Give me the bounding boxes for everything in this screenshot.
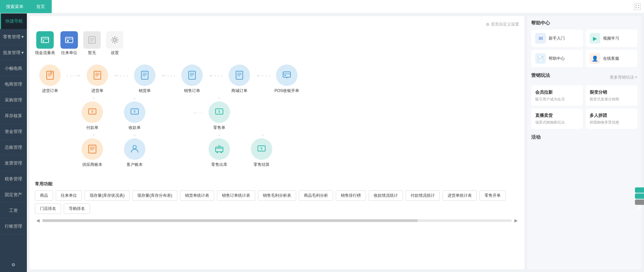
float-btn-desktop[interactable]: 桌面快捷 [635, 199, 644, 205]
func-btn-sales-rank[interactable]: 销售排行榜 [336, 190, 366, 201]
pos-icon [276, 64, 297, 86]
flow-node-pos[interactable]: POS收银开单 [272, 64, 302, 94]
home-tab[interactable]: 首页 [30, 0, 52, 13]
quick-nav-panel: ⚙ 首页自定义设置 现金流量表 往来单位 [30, 16, 524, 269]
sidebar-label: 税务管理 [5, 176, 22, 182]
flow-node-purchase-order[interactable]: 进货订单 [35, 64, 65, 94]
v-arrow-sales-bill: ↓ [120, 95, 150, 100]
quick-icon-cash-flow[interactable]: 现金流量表 [35, 31, 55, 56]
svg-rect-3 [65, 37, 73, 43]
flow-node-purchase-bill[interactable]: 进货单 [82, 64, 112, 94]
sidebar-label: 库存核算 [5, 113, 22, 119]
func-btn-goods[interactable]: 商品 [35, 190, 53, 201]
sidebar-item-invoice[interactable]: 发票管理 [0, 155, 27, 171]
quick-icon-settings[interactable]: 设置 [106, 31, 124, 56]
flow-node-mall-order[interactable]: 商城订单 [224, 64, 255, 94]
func-btn-store-rank[interactable]: 门店排名 [35, 203, 61, 214]
func-btn-goods-profit[interactable]: 商品毛利分析 [299, 190, 333, 201]
sidebar-item-more[interactable]: 行账管理 [0, 219, 27, 234]
float-btn-customer-service[interactable]: 客服热线 [635, 187, 644, 193]
more-marketing-link[interactable]: 更多营销玩法 > [610, 75, 637, 80]
activity-title: 活动 [531, 134, 637, 140]
help-item-online-service[interactable]: 👤 在线客服 [586, 50, 637, 67]
float-buttons: 客服热线 服务社区 桌面快捷 [635, 187, 644, 205]
flow-node-payment[interactable]: ¥ 付款单 [77, 101, 107, 131]
function-grid: 商品 往来单位 现存量(库存状况表) 现存量(库存分布表) 销货单统计表 销售订… [35, 190, 519, 214]
func-btn-retail-order[interactable]: 零售开单 [479, 190, 506, 201]
marketing-item-member[interactable]: 会员拉新 吸引用户成为会员 [531, 85, 583, 106]
flow-node-receipt[interactable]: ¥ 收款单 [120, 101, 150, 131]
sidebar-item-inventory[interactable]: 库存核算 [0, 108, 27, 124]
flow-node-customer[interactable]: 客户账本 [120, 138, 150, 168]
gear-icon: ⚙ [486, 22, 490, 27]
sidebar-item-salary[interactable]: 工资 [0, 203, 27, 219]
v-arrow-receipt: ↓ [120, 132, 150, 137]
video-label: 视频学习 [603, 36, 619, 41]
sidebar-settings[interactable]: ⚙ [0, 258, 27, 272]
func-btn-sales-stat[interactable]: 销货单统计表 [180, 190, 214, 201]
v-arrow-retail-bill: ↓ [204, 132, 234, 137]
home-customize[interactable]: ⚙ 首页自定义设置 [35, 21, 519, 27]
receipt-label: 收款单 [129, 125, 141, 131]
sidebar-item-finance[interactable]: 资金管理 [0, 124, 27, 140]
flow-diagram: 进货订单 · · ·→ 进货单 ←· · · [35, 61, 519, 176]
quick-icon-none[interactable]: 暂无 [83, 31, 101, 56]
retail-settlement-icon: ¥ [251, 138, 272, 160]
supplier-label: 供应商账本 [82, 162, 102, 168]
func-btn-inventory1[interactable]: 现存量(库存状况表) [85, 190, 130, 201]
flow-node-supplier[interactable]: 供应商账本 [77, 138, 107, 168]
flow-node-sales-order[interactable]: 销售订单 [177, 64, 207, 94]
group-desc: 拼团购物享受优惠 [590, 120, 633, 125]
helpcenter-icon: 📄 [535, 53, 546, 64]
sidebar-label: 零售管理 ▾ [3, 34, 24, 40]
svg-point-46 [133, 145, 136, 149]
func-btn-purchase-stat[interactable]: 进货单统计表 [443, 190, 477, 201]
svg-rect-33 [284, 75, 286, 76]
func-btn-guide-rank[interactable]: 导购排名 [64, 203, 90, 214]
help-item-beginner[interactable]: ✉ 新手入门 [531, 30, 583, 47]
sidebar-item-fixed-assets[interactable]: 固定资产 [0, 187, 27, 203]
marketing-item-fission[interactable]: 裂变分销 裂变式发展分销商 [586, 85, 637, 106]
marketing-item-live[interactable]: 直播卖货 场景式购物新玩法 [531, 108, 583, 129]
flow-node-retail-outbound[interactable]: 零售出库 [204, 138, 234, 168]
help-item-video[interactable]: ▶ 视频学习 [586, 30, 637, 47]
sidebar-item-ledger[interactable]: 总账管理 [0, 140, 27, 155]
svg-text:¥: ¥ [261, 146, 263, 151]
flow-node-sales-bill[interactable]: 销货单 [130, 64, 160, 94]
sales-bill-label: 销货单 [139, 88, 151, 94]
sidebar-item-ecommerce[interactable]: 电商管理 [0, 77, 27, 92]
func-btn-partner[interactable]: 往来单位 [56, 190, 82, 201]
cash-flow-icon-box [36, 31, 54, 49]
sidebar-item-quick-nav[interactable]: 快捷导航 [0, 13, 27, 29]
scroll-area: ◀ ▶ [35, 217, 519, 224]
scroll-right[interactable]: ▶ [513, 218, 519, 223]
func-btn-gross-profit[interactable]: 销售毛利分析表 [258, 190, 296, 201]
func-btn-payment-stat[interactable]: 付款情况统计 [406, 190, 440, 201]
flow-node-retail-settlement[interactable]: ¥ 零售结算 [246, 138, 277, 168]
scroll-bar-container[interactable] [42, 219, 512, 222]
main-content: ⚙ 首页自定义设置 现金流量表 往来单位 [27, 13, 644, 272]
float-btn-community[interactable]: 服务社区 [635, 193, 644, 199]
sidebar-item-small-commerce[interactable]: 小畅电商 [0, 61, 27, 77]
svg-rect-0 [41, 37, 49, 43]
quick-icon-partner[interactable]: 往来单位 [60, 31, 78, 56]
spacer [162, 132, 192, 137]
search-menu[interactable]: 搜索菜单 [0, 0, 30, 13]
sidebar-item-wholesale-mgmt[interactable]: 批发管理 ▾ [0, 45, 27, 61]
sidebar-item-purchase[interactable]: 采购管理 [0, 92, 27, 108]
svg-rect-23 [189, 71, 195, 79]
sidebar-item-retail-mgmt[interactable]: 零售管理 ▾ [0, 29, 27, 45]
top-bar: 搜索菜单 首页 ⛶ [0, 0, 644, 13]
sales-order-label: 销售订单 [184, 88, 200, 94]
customize-label: 首页自定义设置 [491, 21, 519, 27]
spacer [192, 132, 204, 137]
help-item-helpcenter[interactable]: 📄 帮助中心 [531, 50, 583, 67]
marketing-item-group[interactable]: 多人拼团 拼团购物享受优惠 [586, 108, 637, 129]
func-btn-inventory2[interactable]: 现存量(库存分布表) [132, 190, 177, 201]
fullscreen-button[interactable]: ⛶ [634, 3, 641, 10]
func-btn-sales-order-stat[interactable]: 销售订单统计表 [217, 190, 255, 201]
scroll-left[interactable]: ◀ [35, 218, 41, 223]
sidebar-item-tax[interactable]: 税务管理 [0, 171, 27, 187]
flow-node-retail-bill[interactable]: ¥ 零售单 [204, 101, 234, 131]
func-btn-receipt-stat[interactable]: 收款情况统计 [369, 190, 403, 201]
